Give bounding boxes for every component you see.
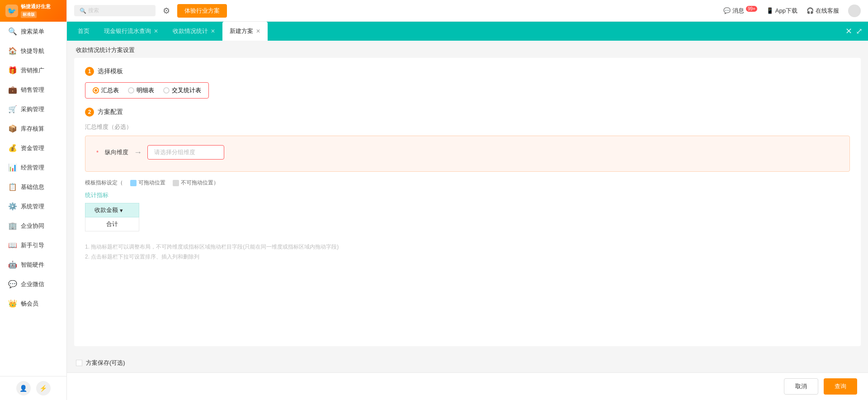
tab-bar: 首页 现金银行流水查询 ✕ 收款情况统计 ✕ 新建方案 ✕ ✕ ⤢ [67,22,868,41]
trial-button[interactable]: 体验行业方案 [177,4,227,18]
sidebar-item-wechat[interactable]: 💬 企业微信 [0,274,66,294]
support-item[interactable]: 🎧 在线客服 [807,7,839,15]
save-label: 方案保存(可选) [86,359,125,367]
tab-expand-icon[interactable]: ⤢ [856,26,863,36]
radio-summary-label: 汇总表 [101,86,119,94]
notification-icon: 💬 [723,7,731,14]
tab-home-label: 首页 [78,27,90,35]
sidebar-item-smart-hw[interactable]: 🤖 智能硬件 [0,255,66,274]
logo-name: 畅捷通好生意 [21,4,51,9]
cancel-button[interactable]: 取消 [784,378,818,395]
step1-title: 选择模板 [98,67,123,75]
sidebar-item-basic-info[interactable]: 📋 基础信息 [0,177,66,197]
purchase-icon: 🛒 [8,105,17,113]
sidebar-item-operations[interactable]: 📊 经营管理 [0,158,66,177]
sidebar: 🐦 畅捷通好生意 标准版 🔍 搜索菜单 🏠 快捷导航 🎁 营销推广 💼 销售管理… [0,0,67,400]
sidebar-item-finance[interactable]: 💰 资金管理 [0,138,66,158]
required-star: * [96,149,99,156]
tab-collection-close[interactable]: ✕ [211,28,215,34]
search-menu-icon: 🔍 [8,27,17,36]
tab-new-plan-label: 新建方案 [230,27,253,35]
operations-icon: 📊 [8,163,17,172]
guide-icon: 📖 [8,241,17,249]
download-icon: 📱 [766,7,774,14]
search-input[interactable]: 🔍 搜索 [74,5,156,16]
vertical-dim-label: 纵向维度 [105,148,128,156]
wechat-icon: 💬 [8,280,17,288]
smart-hw-icon: 🤖 [8,260,17,269]
notification-item[interactable]: 💬 消息 99+ [723,7,757,15]
radio-cross-circle [163,87,170,94]
finance-icon: 💰 [8,144,17,152]
tips-section: 1. 拖动标题栏可以调整布局，不可跨维度或指标区域拖动栏目字段(只能在同一维度或… [85,242,850,262]
radio-cross[interactable]: 交叉统计表 [163,86,201,94]
settings-icon[interactable]: ⚙ [163,6,170,16]
undraggable-dot [173,180,179,186]
logo-badge: 标准版 [21,11,37,18]
sidebar-item-system[interactable]: ⚙️ 系统管理 [0,197,66,216]
tab-bank-close[interactable]: ✕ [154,28,158,34]
grouping-dimension-select[interactable]: 请选择分组维度 [147,145,224,160]
sidebar-item-guide[interactable]: 📖 新手引导 [0,235,66,255]
content-area: 收款情况统计方案设置 1 选择模板 汇总表 明细表 [67,41,868,372]
sidebar-item-enterprise[interactable]: 🏢 企业协同 [0,216,66,235]
metrics-col-label: 收款金额 [94,206,118,214]
radio-summary[interactable]: 汇总表 [93,86,119,94]
page-title-bar: 收款情况统计方案设置 [67,41,868,58]
step2-header: 2 方案配置 [85,108,850,117]
download-label: App下载 [775,7,797,15]
step1-number: 1 [85,67,94,76]
enterprise-icon: 🏢 [8,221,17,230]
save-checkbox[interactable] [76,360,82,366]
step1-header: 1 选择模板 [85,67,850,76]
tab-home[interactable]: 首页 [71,22,97,41]
metrics-col-dropdown-icon[interactable]: ▾ [120,207,123,214]
user-avatar[interactable] [848,5,861,17]
logo-icon: 🐦 [5,5,18,17]
step1-section: 1 选择模板 汇总表 明细表 交叉统计表 [85,67,850,99]
notification-badge: 99+ [746,6,757,12]
main-area: 🔍 搜索 ⚙ 体验行业方案 💬 消息 99+ 📱 App下载 🎧 在线客服 首页 [67,0,868,400]
sidebar-item-member[interactable]: 👑 畅会员 [0,294,66,313]
dim-placeholder: 请选择分组维度 [154,149,195,155]
notification-label: 消息 [732,7,744,15]
radio-detail[interactable]: 明细表 [128,86,154,94]
sidebar-item-purchase[interactable]: 🛒 采购管理 [0,99,66,119]
sidebar-item-quick-nav[interactable]: 🏠 快捷导航 [0,41,66,61]
step2-section: 2 方案配置 汇总维度（必选） * 纵向维度 → 请选择分组维度 [85,108,850,262]
tab-close-icon[interactable]: ✕ [845,26,852,36]
sidebar-item-sales[interactable]: 💼 销售管理 [0,80,66,99]
sidebar-item-search-menu[interactable]: 🔍 搜索菜单 [0,22,66,41]
sidebar-bottom-icon2[interactable]: ⚡ [36,381,51,395]
tab-bank[interactable]: 现金银行流水查询 ✕ [97,22,165,41]
metrics-data-cell: 合计 [85,217,139,231]
tab-new-plan[interactable]: 新建方案 ✕ [222,22,268,41]
arrow-icon: → [134,148,142,157]
tab-collection[interactable]: 收款情况统计 ✕ [165,22,222,41]
metrics-header-cell[interactable]: 收款金额 ▾ [85,203,139,217]
footer-area: 方案保存(可选) [67,353,868,372]
hint-draggable-label: 可拖动位置 [138,179,165,187]
dimension-area: * 纵向维度 → 请选择分组维度 [85,136,850,172]
sales-icon: 💼 [8,85,17,94]
hint-undraggable-label: 不可拖动位置） [181,179,219,187]
topbar-right: 💬 消息 99+ 📱 App下载 🎧 在线客服 [723,5,861,17]
radio-cross-label: 交叉统计表 [172,86,201,94]
sidebar-item-inventory[interactable]: 📦 库存核算 [0,119,66,138]
sidebar-bottom-icon1[interactable]: 👤 [16,381,31,395]
member-icon: 👑 [8,299,17,308]
page-title: 收款情况统计方案设置 [76,47,135,53]
dimension-row: * 纵向维度 → 请选择分组维度 [96,145,839,160]
query-button[interactable]: 查询 [824,378,857,395]
tab-collection-label: 收款情况统计 [173,27,208,35]
dimension-title-label: 汇总维度（必选） [85,123,850,131]
inventory-icon: 📦 [8,124,17,133]
search-placeholder: 搜索 [88,7,99,14]
tab-new-plan-close[interactable]: ✕ [256,28,260,34]
sidebar-bottom: 👤 ⚡ [0,376,66,400]
radio-detail-circle [128,87,134,94]
sidebar-logo: 🐦 畅捷通好生意 标准版 [0,0,66,22]
sidebar-item-marketing[interactable]: 🎁 营销推广 [0,61,66,80]
support-label: 在线客服 [816,7,839,15]
download-item[interactable]: 📱 App下载 [766,7,797,15]
